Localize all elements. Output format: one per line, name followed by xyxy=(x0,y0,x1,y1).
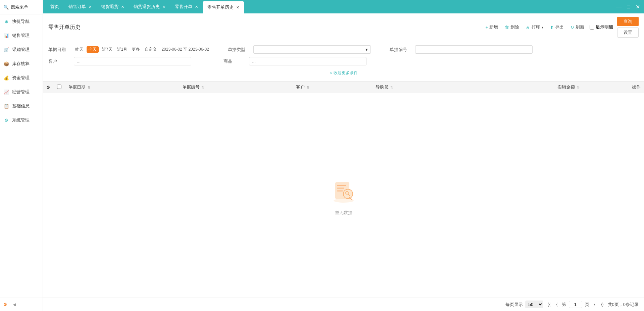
th-amount[interactable]: 实销金额 ⇅ xyxy=(469,82,583,93)
page-number-input[interactable] xyxy=(569,301,582,308)
page-next-button[interactable]: ⟩ xyxy=(592,302,596,307)
print-arrow-icon: ▾ xyxy=(542,25,543,29)
th-customer[interactable]: 客户 ⇅ xyxy=(293,82,372,93)
tab-sales-return-close[interactable]: ✕ xyxy=(121,5,124,9)
svg-rect-4 xyxy=(337,190,343,192)
sales-mgmt-icon: 📊 xyxy=(3,33,9,39)
display-detail-toggle[interactable]: 显示明细 xyxy=(590,24,613,30)
minimize-button[interactable]: — xyxy=(615,4,623,10)
toolbar: + 新增 🗑 删除 🖨 打印 ▾ ⬆ 导出 ↻ 刷新 显示明细 xyxy=(484,17,639,38)
settings-bottom-icon[interactable]: ⚙ xyxy=(3,302,7,307)
table-container: ⚙ 单据日期 ⇅ 单据编号 ⇅ 客户 ⇅ xyxy=(43,82,644,298)
sidebar-item-label: 销售管理 xyxy=(12,33,30,39)
product-select[interactable]: ... xyxy=(249,57,366,65)
sidebar-item-operations[interactable]: 📈 经营管理 xyxy=(0,85,43,99)
sidebar-search[interactable]: 🔍 搜索采单 xyxy=(0,0,43,14)
doc-type-dropdown-icon: ▾ xyxy=(365,47,368,52)
th-date-label: 单据日期 xyxy=(68,85,86,90)
tab-retail-open[interactable]: 零售开单 ✕ xyxy=(170,0,203,13)
page-prev-button[interactable]: ⟨ xyxy=(555,302,559,307)
sidebar-item-inventory[interactable]: 📦 库存核算 xyxy=(0,57,43,71)
th-customer-label: 客户 xyxy=(296,85,305,90)
tab-sales-return-label: 销货退货 xyxy=(101,4,118,10)
close-button[interactable]: ✕ xyxy=(634,4,641,10)
sidebar-item-finance[interactable]: 💰 资金管理 xyxy=(0,71,43,85)
tab-home-label: 首页 xyxy=(50,4,59,10)
tab-sales-order[interactable]: 销售订单 ✕ xyxy=(64,0,96,13)
page-header: 零售开单历史 + 新增 🗑 删除 🖨 打印 ▾ ⬆ 导出 ↻ 刷新 xyxy=(43,13,644,41)
sidebar-item-purchase-mgmt[interactable]: 🛒 采购管理 xyxy=(0,43,43,57)
refresh-label: 刷新 xyxy=(576,24,584,30)
date-btn-custom[interactable]: 自定义 xyxy=(143,46,158,53)
tab-bar: 首页 销售订单 ✕ 销货退货 ✕ 销货退货历史 ✕ 零售开单 ✕ 零售开单历史 … xyxy=(43,0,644,13)
total-info: 共0页，0条记录 xyxy=(608,302,639,308)
tab-retail-open-label: 零售开单 xyxy=(175,4,192,10)
tab-sales-return-history-close[interactable]: ✕ xyxy=(162,5,165,9)
export-label: 导出 xyxy=(555,24,564,30)
doc-no-input[interactable] xyxy=(415,45,533,54)
th-date[interactable]: 单据日期 ⇅ xyxy=(65,82,179,93)
doc-type-select[interactable]: ▾ xyxy=(253,45,371,54)
tab-retail-open-history-close[interactable]: ✕ xyxy=(236,5,239,10)
tab-retail-open-history-label: 零售开单历史 xyxy=(207,4,234,10)
column-config-icon[interactable]: ⚙ xyxy=(46,85,50,90)
page-first-button[interactable]: ⟨⟨ xyxy=(546,302,552,307)
system-mgmt-icon: ⚙ xyxy=(3,117,9,123)
th-salesperson[interactable]: 导购员 ⇅ xyxy=(372,82,469,93)
delete-button[interactable]: 🗑 删除 xyxy=(503,24,521,30)
sidebar-item-label: 采购管理 xyxy=(12,47,30,53)
date-btn-last7[interactable]: 近7天 xyxy=(101,46,114,53)
tab-sales-return-history-label: 销货退货历史 xyxy=(134,4,160,10)
customer-label: 客户 xyxy=(48,58,68,64)
select-all-checkbox[interactable] xyxy=(57,85,61,89)
tab-sales-return[interactable]: 销货退货 ✕ xyxy=(96,0,129,13)
settings-button[interactable]: 设置 xyxy=(617,28,639,38)
page-title: 零售开单历史 xyxy=(48,24,81,31)
per-page-select[interactable]: 50 100 200 xyxy=(526,301,543,308)
tab-retail-open-close[interactable]: ✕ xyxy=(195,5,198,9)
sidebar-item-system-mgmt[interactable]: ⚙ 系统管理 xyxy=(0,113,43,127)
date-range-display: 2023-06-02 至 2023-06-02 xyxy=(161,47,209,52)
sidebar-item-quick-nav[interactable]: ⊕ 快捷导航 xyxy=(0,14,43,29)
refresh-icon: ↻ xyxy=(571,25,574,30)
page-last-button[interactable]: ⟩⟩ xyxy=(599,302,605,307)
th-config[interactable]: ⚙ xyxy=(43,82,54,93)
print-button[interactable]: 🖨 打印 ▾ xyxy=(525,24,545,30)
export-button[interactable]: ⬆ 导出 xyxy=(549,24,565,30)
tab-sales-order-close[interactable]: ✕ xyxy=(89,5,92,9)
sidebar-search-label: 搜索采单 xyxy=(11,4,28,10)
date-btn-yesterday[interactable]: 昨天 xyxy=(74,46,85,53)
product-placeholder: ... xyxy=(252,59,256,64)
empty-illustration xyxy=(329,175,359,206)
empty-state: 暂无数据 xyxy=(43,93,644,298)
tab-sales-return-history[interactable]: 销货退货历史 ✕ xyxy=(129,0,170,13)
sidebar-item-sales-mgmt[interactable]: 📊 销售管理 xyxy=(0,29,43,43)
add-icon: + xyxy=(485,25,488,30)
sidebar-item-basic-info[interactable]: 📋 基础信息 xyxy=(0,99,43,113)
display-detail-checkbox[interactable] xyxy=(590,25,594,30)
purchase-mgmt-icon: 🛒 xyxy=(3,47,9,53)
filter-collapse-btn[interactable]: ∧ 收起更多条件 xyxy=(48,69,639,77)
date-btn-today[interactable]: 今天 xyxy=(87,46,99,53)
date-btn-last-month[interactable]: 近1月 xyxy=(116,46,129,53)
collapse-sidebar-icon[interactable]: ◀ xyxy=(13,302,16,307)
tab-retail-open-history[interactable]: 零售开单历史 ✕ xyxy=(203,1,244,13)
finance-icon: 💰 xyxy=(3,75,9,81)
page-label-post: 页 xyxy=(585,302,589,308)
date-buttons: 昨天 今天 近7天 近1月 更多 自定义 2023-06-02 至 2023-0… xyxy=(74,46,209,53)
table-header-row: ⚙ 单据日期 ⇅ 单据编号 ⇅ 客户 ⇅ xyxy=(43,82,644,93)
add-button[interactable]: + 新增 xyxy=(484,24,499,30)
query-button[interactable]: 查询 xyxy=(617,17,639,26)
date-btn-more[interactable]: 更多 xyxy=(131,46,141,53)
maximize-button[interactable]: □ xyxy=(626,4,632,10)
search-icon: 🔍 xyxy=(3,5,9,10)
tab-home[interactable]: 首页 xyxy=(46,0,64,13)
th-amount-sort-icon: ⇅ xyxy=(577,86,580,89)
th-checkbox[interactable] xyxy=(54,82,65,93)
sidebar-bottom: ⚙ ◀ xyxy=(0,298,43,311)
refresh-button[interactable]: ↻ 刷新 xyxy=(569,24,586,30)
th-no[interactable]: 单据编号 ⇅ xyxy=(179,82,293,93)
th-actions: 操作 xyxy=(583,82,644,93)
customer-select[interactable]: ... xyxy=(74,57,191,65)
print-icon: 🖨 xyxy=(526,25,530,30)
